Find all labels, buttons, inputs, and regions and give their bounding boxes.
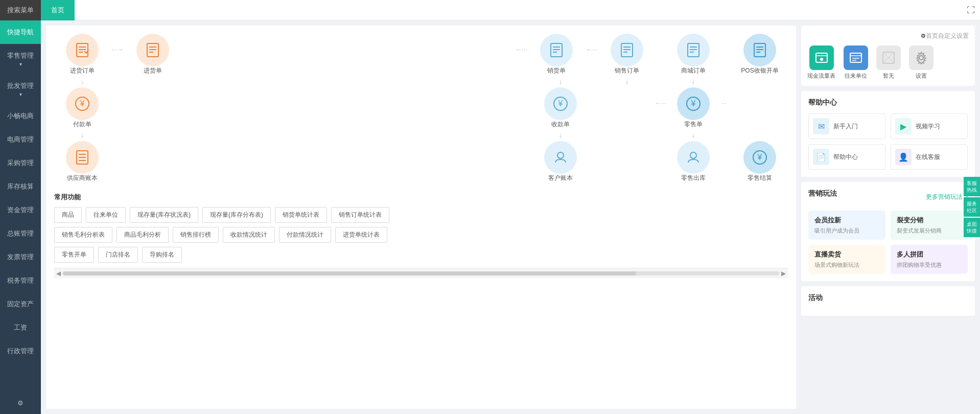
sidebar-item-admin[interactable]: 行政管理 — [0, 339, 41, 363]
node-customer-ledger[interactable]: 客户账本 — [532, 141, 589, 182]
receipt-icon: ¥ — [544, 87, 577, 120]
func-btn-goods[interactable]: 商品 — [54, 207, 82, 223]
quick-icon-none[interactable]: 暂无 — [876, 45, 901, 80]
sidebar-item-inventory[interactable]: 库存核算 — [0, 175, 41, 198]
node-supplier-ledger[interactable]: 供应商账本 — [54, 141, 110, 182]
svg-text:¥: ¥ — [691, 99, 696, 108]
video-icon: ▶ — [895, 118, 912, 134]
func-btn-sales-rank[interactable]: 销售排行榜 — [173, 227, 219, 243]
mall-order-icon — [677, 34, 710, 66]
quick-icon-units[interactable]: 往来单位 — [844, 45, 868, 80]
func-btn-receipt-stats[interactable]: 收款情况统计 — [223, 227, 275, 243]
node-sales-bill[interactable]: 销货单 — [528, 34, 585, 75]
scroll-thumb — [63, 271, 636, 275]
more-marketing-link[interactable]: 更多营销玩法 > — [926, 193, 968, 201]
node-retail-bill[interactable]: ¥ 零售单 — [665, 87, 721, 129]
node-sales-order[interactable]: 销售订单 — [599, 34, 655, 75]
arrow-right-1: ···→ — [110, 45, 125, 63]
func-btn-stock-status[interactable]: 现存量(库存状况表) — [130, 207, 198, 223]
func-btn-sales-order-stats[interactable]: 销售订单统计表 — [331, 207, 389, 223]
func-btn-row-2: 销售毛利分析表 商品毛利分析 销售排行榜 收款情况统计 付款情况统计 进货单统计… — [54, 227, 788, 243]
marketing-item-fission[interactable]: 裂变分销 裂变式发展分销商 — [891, 211, 968, 240]
sidebar-item-ledger[interactable]: 总账管理 — [0, 222, 41, 245]
sidebar-item-retail[interactable]: 零售管理 ▾ — [0, 44, 41, 74]
func-btn-units[interactable]: 往来单位 — [86, 207, 126, 223]
marketing-item-live[interactable]: 直播卖货 场景式购物新玩法 — [808, 245, 885, 274]
search-menu[interactable]: 搜索菜单 — [0, 0, 41, 20]
marketing-title: 营销玩法 — [808, 189, 837, 198]
scroll-left-arrow[interactable]: ◀ — [56, 270, 61, 277]
quick-icon-settings[interactable]: 设置 — [909, 45, 934, 80]
float-btn-desktop[interactable]: 桌面快捷 — [964, 218, 980, 237]
v-arrow-receipt: ↓ — [532, 131, 589, 139]
quick-icon-cashflow[interactable]: 现金流量表 — [807, 45, 835, 80]
svg-point-48 — [919, 56, 923, 60]
help-item-video[interactable]: ▶ 视频学习 — [891, 113, 968, 139]
main-content: 进货订单 ···→ 进货单 — [41, 20, 980, 414]
scroll-right-arrow[interactable]: ▶ — [781, 270, 786, 277]
svg-text:¥: ¥ — [558, 99, 563, 108]
sidebar-item-ecommerce-small[interactable]: 小畅电商 — [0, 104, 41, 128]
sidebar-item-finance[interactable]: 资金管理 — [0, 198, 41, 222]
quick-icons-bar: ⚙ 首页自定义设置 现金流量表 往来单位 — [801, 26, 975, 86]
retail-bill-icon: ¥ — [677, 87, 710, 120]
docs-icon: 📄 — [813, 149, 829, 165]
node-receipt[interactable]: ¥ 收款单 — [532, 87, 589, 129]
custom-settings-link[interactable]: 首页自定义设置 — [926, 32, 969, 40]
activity-section: 活动 — [801, 286, 975, 316]
scroll-track[interactable] — [63, 271, 779, 275]
beginner-icon: ✉ — [813, 118, 829, 134]
activity-title: 活动 — [808, 293, 968, 303]
help-item-docs[interactable]: 📄 帮助中心 — [808, 144, 885, 170]
help-item-beginner[interactable]: ✉ 新手入门 — [808, 113, 885, 139]
sidebar-item-fixed-assets[interactable]: 固定资产 — [0, 292, 41, 316]
svg-text:¥: ¥ — [80, 99, 85, 108]
func-btn-purchase-stats[interactable]: 进货单统计表 — [335, 227, 387, 243]
purchase-order-icon — [66, 34, 99, 66]
node-purchase-bill[interactable]: 进货单 — [125, 34, 181, 75]
node-pos[interactable]: POS收银开单 — [732, 34, 788, 75]
sidebar: 快捷导航 零售管理 ▾ 批发管理 ▾ 小畅电商 电商管理 采购管理 库存核算 资… — [0, 20, 41, 414]
settings-icon — [909, 45, 934, 70]
svg-rect-41 — [850, 53, 861, 62]
sidebar-item-salary[interactable]: 工资 — [0, 316, 41, 339]
func-btn-sales-stats[interactable]: 销货单统计表 — [275, 207, 327, 223]
arrow-left-2: ←··· — [585, 45, 599, 63]
node-mall-order[interactable]: 商城订单 — [665, 34, 721, 75]
func-btn-sales-profit[interactable]: 销售毛利分析表 — [54, 227, 112, 243]
float-btn-community[interactable]: 服务社区 — [964, 197, 980, 217]
func-btn-row-1: 商品 往来单位 现存量(库存状况表) 现存量(库存分布表) 销货单统计表 销售订… — [54, 207, 788, 223]
sidebar-item-wholesale[interactable]: 批发管理 ▾ — [0, 74, 41, 104]
func-btn-store-rank[interactable]: 门店排名 — [98, 247, 138, 263]
node-retail-settlement[interactable]: ¥ 零售结算 — [732, 141, 788, 182]
sales-bill-icon — [540, 34, 573, 66]
func-btn-guide-rank[interactable]: 导购排名 — [142, 247, 182, 263]
v-arrow-purchase-order: ↓ — [54, 77, 110, 85]
sidebar-item-tax[interactable]: 税务管理 — [0, 269, 41, 292]
marketing-item-group-buy[interactable]: 多人拼团 拼团购物享受优惠 — [891, 245, 968, 274]
v-arrow-payment: ↓ — [54, 131, 110, 139]
node-payment[interactable]: ¥ 付款单 — [54, 87, 110, 129]
sidebar-item-invoice-mgmt[interactable]: 发票管理 — [0, 245, 41, 269]
sidebar-item-purchase[interactable]: 采购管理 — [0, 151, 41, 175]
quick-icons-row: 现金流量表 往来单位 暂无 — [807, 45, 969, 80]
scrollbar: ◀ ▶ — [54, 268, 788, 278]
sidebar-gear[interactable]: ⚙ — [0, 392, 41, 414]
func-btn-stock-dist[interactable]: 现存量(库存分布表) — [202, 207, 271, 223]
help-item-online-support[interactable]: 👤 在线客服 — [891, 144, 968, 170]
right-panel: ⚙ 首页自定义设置 现金流量表 往来单位 — [801, 26, 975, 409]
func-btn-goods-profit[interactable]: 商品毛利分析 — [116, 227, 169, 243]
sidebar-item-quick-nav[interactable]: 快捷导航 — [0, 20, 41, 44]
func-btn-payment-stats[interactable]: 付款情况统计 — [279, 227, 331, 243]
float-btn-hotline[interactable]: 客服热线 — [964, 177, 980, 196]
tab-home[interactable]: 首页 — [41, 0, 75, 20]
func-btn-retail-order[interactable]: 零售开单 — [54, 247, 94, 263]
node-retail-outbound[interactable]: 零售出库 — [665, 141, 721, 182]
supplier-ledger-icon — [66, 141, 99, 174]
node-purchase-order[interactable]: 进货订单 — [54, 34, 110, 75]
fullscreen-icon[interactable]: ⛶ — [967, 6, 975, 15]
marketing-item-member[interactable]: 会员拉新 吸引用户成为会员 — [808, 211, 885, 240]
chevron-down-icon: ▾ — [19, 91, 22, 97]
arrow-left-1: ←··· — [514, 45, 528, 63]
sidebar-item-ecommerce-mgmt[interactable]: 电商管理 — [0, 128, 41, 151]
